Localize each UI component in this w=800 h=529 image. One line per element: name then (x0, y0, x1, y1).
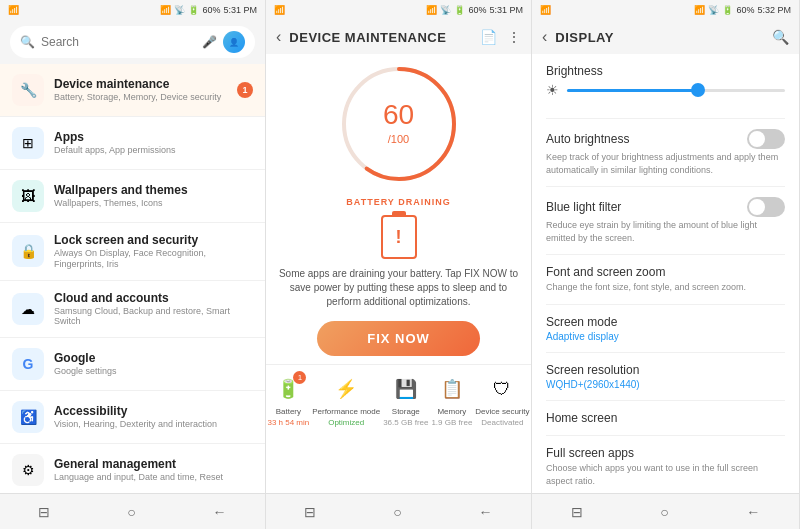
battery-score: 60 (383, 101, 414, 129)
battery-icon: 🔋 (188, 5, 199, 15)
setting-text-google: Google Google settings (54, 351, 253, 377)
display-item-home-screen[interactable]: Home screen (546, 401, 785, 436)
status-bar-2: 📶 📶 📡 🔋 60% 5:31 PM (266, 0, 531, 20)
setting-title-apps: Apps (54, 130, 253, 144)
settings-item-accessibility[interactable]: ♿ Accessibility Vision, Hearing, Dexteri… (0, 391, 265, 444)
display-title: DISPLAY (555, 30, 764, 45)
brightness-thumb[interactable] (691, 83, 705, 97)
display-header: ‹ DISPLAY 🔍 (532, 20, 799, 54)
battery-draining-label: BATTERY DRAINING (346, 197, 450, 207)
device-maintenance-header: ‹ DEVICE MAINTENANCE 📄 ⋮ (266, 20, 531, 54)
full-screen-subtitle: Choose which apps you want to use in the… (546, 462, 785, 487)
back-button-3[interactable]: ‹ (542, 28, 547, 46)
search-header: 🔍 🎤 👤 (0, 20, 265, 64)
lock-icon: 🔒 (12, 235, 44, 267)
time-1: 5:31 PM (223, 5, 257, 15)
settings-panel: 📶 📶 📡 🔋 60% 5:31 PM 🔍 🎤 👤 🔧 Device maint… (0, 0, 266, 529)
auto-brightness-toggle[interactable] (747, 129, 785, 149)
display-panel: 📶 📶 📡 🔋 60% 5:32 PM ‹ DISPLAY 🔍 Brightne… (532, 0, 800, 529)
status-bar-3: 📶 📶 📡 🔋 60% 5:32 PM (532, 0, 799, 20)
wifi-icon: 📡 (174, 5, 185, 15)
status-bar-icon-3: 📶 (540, 5, 551, 15)
battery-gauge: 60 /100 (334, 59, 464, 189)
setting-title-general: General management (54, 457, 253, 471)
setting-text-wallpapers: Wallpapers and themes Wallpapers, Themes… (54, 183, 253, 209)
screen-mode-title: Screen mode (546, 315, 785, 329)
search-button-display[interactable]: 🔍 (772, 29, 789, 45)
avatar[interactable]: 👤 (223, 31, 245, 53)
setting-sub-google: Google settings (54, 366, 253, 377)
status-icons-3: 📶 📡 🔋 60% 5:32 PM (694, 5, 791, 15)
stat-security-icon: 🛡 (486, 373, 518, 405)
stat-performance[interactable]: ⚡ Performance mode Optimized (312, 373, 380, 427)
full-screen-title: Full screen apps (546, 446, 785, 460)
status-bar-icon: 📶 (8, 5, 19, 15)
nav-recent-3[interactable]: ⊟ (563, 500, 591, 524)
setting-title-google: Google (54, 351, 253, 365)
nav-back-2[interactable]: ← (471, 500, 501, 524)
blue-light-toggle[interactable] (747, 197, 785, 217)
stat-security-value: Deactivated (481, 418, 523, 427)
display-settings-list: Brightness ☀ Auto brightness Keep track … (532, 54, 799, 493)
stat-security-label: Device security (475, 407, 529, 416)
settings-item-cloud[interactable]: ☁ Cloud and accounts Samsung Cloud, Back… (0, 281, 265, 339)
stat-battery[interactable]: 🔋 1 Battery 33 h 54 min (267, 373, 309, 427)
settings-item-device-maintenance[interactable]: 🔧 Device maintenance Battery, Storage, M… (0, 64, 265, 117)
apps-icon: ⊞ (12, 127, 44, 159)
stat-storage[interactable]: 💾 Storage 36.5 GB free (383, 373, 428, 427)
stat-memory-value: 1.9 GB free (431, 418, 472, 427)
fix-now-button[interactable]: FIX NOW (317, 321, 480, 356)
search-input[interactable] (41, 35, 196, 49)
mic-icon[interactable]: 🎤 (202, 35, 217, 49)
nav-home-2[interactable]: ○ (385, 500, 409, 524)
device-maintenance-panel: 📶 📶 📡 🔋 60% 5:31 PM ‹ DEVICE MAINTENANCE… (266, 0, 532, 529)
nav-home-1[interactable]: ○ (119, 500, 143, 524)
screen-resolution-value: WQHD+(2960x1440) (546, 379, 785, 390)
search-bar[interactable]: 🔍 🎤 👤 (10, 26, 255, 58)
display-item-font-zoom[interactable]: Font and screen zoom Change the font siz… (546, 255, 785, 305)
status-bar-1: 📶 📶 📡 🔋 60% 5:31 PM (0, 0, 265, 20)
battery-icon-2: 🔋 (454, 5, 465, 15)
stat-memory[interactable]: 📋 Memory 1.9 GB free (431, 373, 472, 427)
setting-title-device: Device maintenance (54, 77, 237, 91)
home-screen-title: Home screen (546, 411, 785, 425)
back-button-2[interactable]: ‹ (276, 28, 281, 46)
avatar-icon: 👤 (229, 38, 239, 47)
battery-pct-2: 60% (468, 5, 486, 15)
stat-storage-label: Storage (392, 407, 420, 416)
display-item-brightness: Brightness ☀ (546, 54, 785, 119)
stat-perf-value: Optimized (328, 418, 364, 427)
device-maintenance-icon: 🔧 (12, 74, 44, 106)
nav-recent-2[interactable]: ⊟ (296, 500, 324, 524)
display-item-auto-brightness[interactable]: Auto brightness Keep track of your brigh… (546, 119, 785, 187)
settings-item-google[interactable]: G Google Google settings (0, 338, 265, 391)
bottom-nav-1: ⊟ ○ ← (0, 493, 265, 529)
display-item-screen-resolution[interactable]: Screen resolution WQHD+(2960x1440) (546, 353, 785, 401)
display-item-screen-mode[interactable]: Screen mode Adaptive display (546, 305, 785, 353)
status-icons-1: 📶 📡 🔋 60% 5:31 PM (160, 5, 257, 15)
nav-recent-1[interactable]: ⊟ (30, 500, 58, 524)
more-options-icon[interactable]: ⋮ (507, 29, 521, 45)
brightness-low-icon: ☀ (546, 82, 559, 98)
nav-back-1[interactable]: ← (205, 500, 235, 524)
display-item-full-screen[interactable]: Full screen apps Choose which apps you w… (546, 436, 785, 493)
nav-back-3[interactable]: ← (738, 500, 768, 524)
setting-sub-cloud: Samsung Cloud, Backup and restore, Smart… (54, 306, 253, 328)
battery-pct: 60% (202, 5, 220, 15)
nav-home-3[interactable]: ○ (652, 500, 676, 524)
signal-icon-3: 📶 (694, 5, 705, 15)
display-item-blue-light[interactable]: Blue light filter Reduce eye strain by l… (546, 187, 785, 255)
setting-sub-device: Battery, Storage, Memory, Device securit… (54, 92, 237, 103)
setting-sub-wallpapers: Wallpapers, Themes, Icons (54, 198, 253, 209)
stat-security[interactable]: 🛡 Device security Deactivated (475, 373, 529, 427)
settings-item-apps[interactable]: ⊞ Apps Default apps, App permissions (0, 117, 265, 170)
setting-text-general: General management Language and input, D… (54, 457, 253, 483)
settings-item-lock-screen[interactable]: 🔒 Lock screen and security Always On Dis… (0, 223, 265, 281)
settings-item-general[interactable]: ⚙ General management Language and input,… (0, 444, 265, 493)
brightness-control[interactable]: ☀ (546, 78, 785, 108)
brightness-slider[interactable] (567, 89, 785, 92)
document-icon[interactable]: 📄 (480, 29, 497, 45)
settings-item-wallpapers[interactable]: 🖼 Wallpapers and themes Wallpapers, Them… (0, 170, 265, 223)
bottom-nav-2: ⊟ ○ ← (266, 493, 531, 529)
setting-text-device-maintenance: Device maintenance Battery, Storage, Mem… (54, 77, 237, 103)
